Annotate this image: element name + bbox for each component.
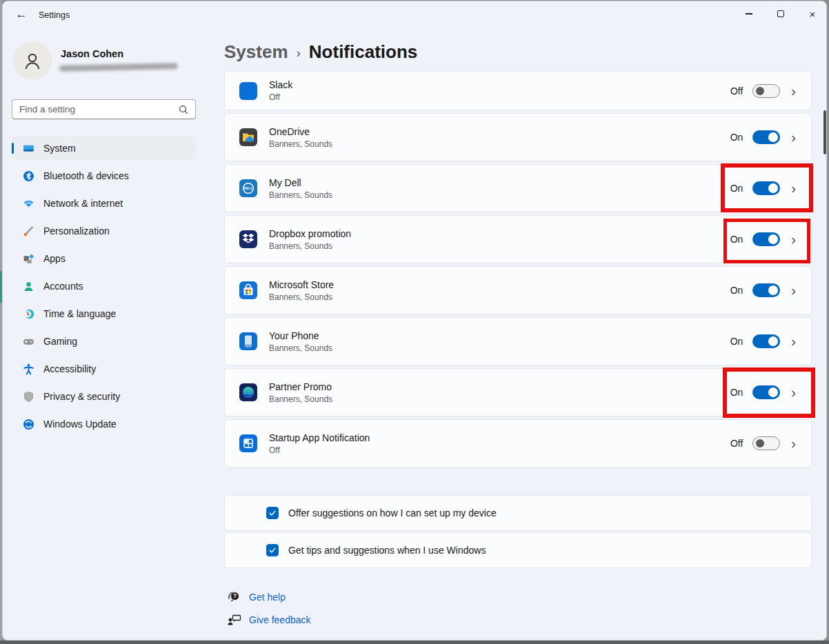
app-name: Your Phone <box>269 330 730 341</box>
get-help-link[interactable]: Get help <box>249 592 286 603</box>
avatar[interactable] <box>13 41 52 80</box>
suggestion-row-setup-device[interactable]: Offer suggestions on how I can set up my… <box>224 495 812 531</box>
sidebar-item-time-language[interactable]: Time & language <box>12 302 196 325</box>
app-row-your-phone[interactable]: Your Phone Banners, Sounds On › <box>224 317 812 365</box>
sidebar-item-label: Time & language <box>43 308 116 319</box>
toggle-state-label: On <box>730 234 743 245</box>
toggle-state-label: Off <box>730 438 743 449</box>
toggle-state-label: Off <box>730 85 743 97</box>
sidebar-item-label: System <box>43 143 76 154</box>
breadcrumb-root[interactable]: System <box>224 41 288 63</box>
sidebar-item-personalization[interactable]: Personalization <box>12 219 196 243</box>
sidebar-item-gaming[interactable]: Gaming <box>12 330 196 353</box>
get-help-link-row: ? Get help <box>227 590 286 605</box>
notification-toggle[interactable] <box>752 283 780 297</box>
search-input[interactable] <box>19 104 179 114</box>
wifi-icon <box>23 198 34 210</box>
give-feedback-link-row: Give feedback <box>227 612 311 627</box>
checkbox-get-tips[interactable] <box>266 544 279 556</box>
notification-toggle[interactable] <box>752 385 780 399</box>
breadcrumb-separator-icon: › <box>297 46 301 61</box>
notification-toggle[interactable] <box>752 436 780 450</box>
back-button[interactable]: ← <box>12 6 30 23</box>
update-refresh-icon <box>23 419 34 430</box>
toggle-knob <box>768 336 778 346</box>
svg-text:?: ? <box>233 593 237 599</box>
sidebar-item-label: Privacy & security <box>43 391 120 402</box>
your-phone-app-icon <box>239 332 258 351</box>
sidebar-item-accessibility[interactable]: Accessibility <box>12 357 196 381</box>
maximize-button[interactable] <box>767 5 795 23</box>
app-row-my-dell[interactable]: DELL My Dell Banners, Sounds On › <box>224 164 812 212</box>
app-status: Banners, Sounds <box>269 343 730 353</box>
sidebar-item-network-internet[interactable]: Network & internet <box>12 192 196 215</box>
notification-toggle[interactable] <box>752 130 780 144</box>
scrollbar-thumb[interactable] <box>823 110 826 154</box>
app-name: OneDrive <box>269 126 730 137</box>
shield-icon <box>23 391 34 403</box>
toggle-state-label: On <box>730 132 743 143</box>
row-text: My Dell Banners, Sounds <box>269 177 730 200</box>
toggle-knob <box>768 388 778 397</box>
app-row-slack[interactable]: Slack Off Off › <box>224 71 812 110</box>
sidebar-item-bluetooth-devices[interactable]: Bluetooth & devices <box>12 164 196 188</box>
chevron-right-icon[interactable]: › <box>791 130 796 144</box>
app-status: Banners, Sounds <box>269 292 730 302</box>
chevron-right-icon[interactable]: › <box>791 385 796 399</box>
sidebar-nav: System Bluetooth & devices Network & int… <box>12 137 196 440</box>
app-row-microsoft-store[interactable]: Microsoft Store Banners, Sounds On › <box>224 266 812 314</box>
app-row-startup-app-notification[interactable]: Startup App Notification Off Off › <box>224 419 812 467</box>
app-row-partner-promo[interactable]: Partner Promo Banners, Sounds On › <box>224 368 812 416</box>
toggle-state-label: On <box>730 183 743 194</box>
sidebar-item-privacy-security[interactable]: Privacy & security <box>12 385 196 408</box>
chevron-right-icon[interactable]: › <box>791 283 796 297</box>
back-arrow-icon: ← <box>16 8 28 21</box>
notification-toggle[interactable] <box>752 232 780 246</box>
chevron-right-icon[interactable]: › <box>791 181 796 195</box>
apps-grid-icon <box>23 253 34 265</box>
chevron-right-icon[interactable]: › <box>791 84 796 98</box>
slack-app-icon <box>239 81 258 101</box>
chevron-right-icon[interactable]: › <box>791 436 796 450</box>
sidebar-item-accounts[interactable]: Accounts <box>12 274 196 298</box>
app-status: Off <box>269 92 730 102</box>
app-status: Banners, Sounds <box>269 139 730 149</box>
chevron-right-icon[interactable]: › <box>791 334 796 348</box>
dropbox-app-icon <box>239 230 258 249</box>
toggle-state-label: On <box>730 336 743 347</box>
app-name: Partner Promo <box>269 381 730 392</box>
search-box[interactable] <box>12 99 196 119</box>
checkbox-offer-suggestions[interactable] <box>266 507 279 519</box>
toggle-knob <box>768 234 778 244</box>
sidebar-item-apps[interactable]: Apps <box>12 247 196 270</box>
row-text: OneDrive Banners, Sounds <box>269 126 730 149</box>
close-icon: × <box>810 8 816 20</box>
give-feedback-link[interactable]: Give feedback <box>249 614 311 625</box>
notification-toggle[interactable] <box>752 84 780 98</box>
paintbrush-icon <box>23 225 34 237</box>
sidebar-item-label: Windows Update <box>43 419 117 430</box>
sidebar-item-system[interactable]: System <box>12 137 196 160</box>
app-name: Slack <box>269 79 730 90</box>
window-title: Settings <box>39 10 70 20</box>
app-row-dropbox-promotion[interactable]: Dropbox promotion Banners, Sounds On › <box>224 215 812 263</box>
close-button[interactable]: × <box>799 5 826 23</box>
app-name: Dropbox promotion <box>269 228 730 239</box>
chevron-right-icon[interactable]: › <box>791 232 796 246</box>
screen: ← Settings × Jason Cohen System Bluetoot… <box>0 0 829 644</box>
toggle-state-label: On <box>730 285 743 296</box>
notification-toggle[interactable] <box>752 181 780 195</box>
app-row-onedrive[interactable]: OneDrive Banners, Sounds On › <box>224 113 812 161</box>
app-status: Banners, Sounds <box>269 190 730 200</box>
app-status: Banners, Sounds <box>269 394 730 404</box>
minimize-button[interactable] <box>735 5 763 23</box>
system-icon <box>23 143 34 154</box>
toggle-knob <box>768 183 778 193</box>
minimize-icon <box>746 13 752 14</box>
my-dell-app-icon: DELL <box>239 179 258 198</box>
toggle-knob <box>756 87 764 95</box>
suggestion-row-tips[interactable]: Get tips and suggestions when I use Wind… <box>224 532 812 568</box>
sidebar-item-windows-update[interactable]: Windows Update <box>12 412 196 436</box>
checkbox-label: Get tips and suggestions when I use Wind… <box>288 545 486 556</box>
notification-toggle[interactable] <box>752 334 780 348</box>
